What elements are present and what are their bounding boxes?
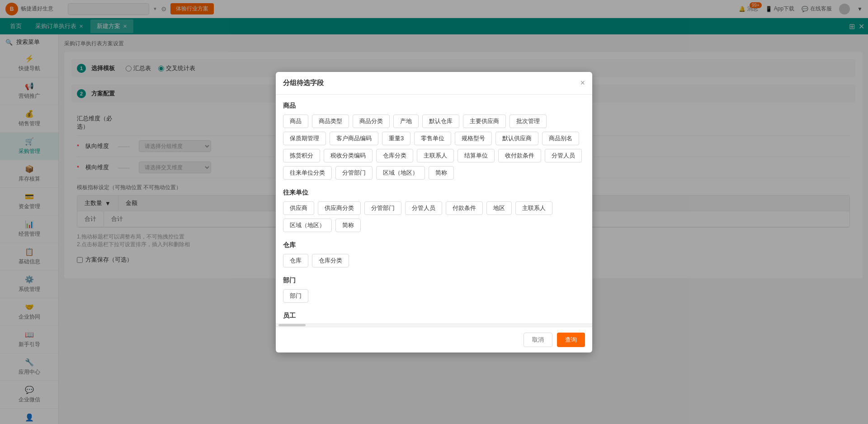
field-group-employee: 员工 业务员: [283, 312, 585, 324]
field-tag-warehouse-category[interactable]: 仓库分类: [376, 149, 413, 162]
field-group-employee-title: 员工: [283, 312, 585, 320]
field-tag-supplier[interactable]: 供应商: [283, 201, 314, 215]
field-group-department-title: 部门: [283, 276, 585, 285]
field-tag-goods-alias[interactable]: 商品别名: [542, 132, 579, 145]
field-group-goods-title: 商品: [283, 102, 585, 110]
field-tag-region2[interactable]: 区域（地区）: [283, 219, 332, 232]
field-tag-payment-terms[interactable]: 收付款条件: [498, 149, 541, 162]
field-tag-weight[interactable]: 重量3: [382, 132, 410, 145]
field-tag-supplier-category[interactable]: 供应商分类: [318, 201, 361, 215]
field-tag-goods-type[interactable]: 商品类型: [312, 114, 349, 128]
field-tag-department[interactable]: 部门: [283, 289, 308, 303]
field-group-warehouse: 仓库 仓库 仓库分类: [283, 241, 585, 267]
field-group-goods: 商品 商品 商品类型 商品分类 产地 默认仓库 主要供应商 批次管理 保质期管理…: [283, 102, 585, 180]
field-tags-goods: 商品 商品类型 商品分类 产地 默认仓库 主要供应商 批次管理 保质期管理 客户…: [283, 114, 585, 180]
field-tag-default-supplier[interactable]: 默认供应商: [495, 132, 538, 145]
field-group-warehouse-title: 仓库: [283, 241, 585, 249]
field-tag-supervisor[interactable]: 分管人员: [545, 149, 582, 162]
field-tag-abbr2[interactable]: 简称: [335, 219, 361, 232]
field-tag-main-contact[interactable]: 主联系人: [417, 149, 454, 162]
field-tags-warehouse: 仓库 仓库分类: [283, 254, 585, 267]
field-tags-department: 部门: [283, 289, 585, 303]
field-select-dialog: 分组待选字段 × 商品 商品 商品类型 商品分类 产地 默认仓库 主要供应商 批…: [276, 72, 592, 353]
dialog-close-button[interactable]: ×: [580, 78, 585, 88]
field-tag-pick-points[interactable]: 拣货积分: [283, 149, 320, 162]
field-tag-area[interactable]: 地区: [486, 201, 512, 215]
dialog-confirm-button[interactable]: 查询: [557, 333, 585, 347]
dialog-header: 分组待选字段 ×: [276, 72, 592, 95]
dialog-body: 商品 商品 商品类型 商品分类 产地 默认仓库 主要供应商 批次管理 保质期管理…: [276, 95, 592, 324]
field-tag-origin[interactable]: 产地: [393, 114, 419, 128]
dialog-cancel-button[interactable]: 取消: [524, 333, 552, 347]
field-tag-settlement-unit[interactable]: 结算单位: [458, 149, 495, 162]
field-tag-abbr[interactable]: 简称: [429, 166, 454, 180]
field-tag-goods-category[interactable]: 商品分类: [353, 114, 390, 128]
field-group-counterpart: 往来单位 供应商 供应商分类 分管部门 分管人员 付款条件 地区 主联系人 区域…: [283, 189, 585, 232]
field-tag-pay-terms[interactable]: 付款条件: [446, 201, 483, 215]
field-tags-counterpart: 供应商 供应商分类 分管部门 分管人员 付款条件 地区 主联系人 区域（地区） …: [283, 201, 585, 232]
field-tag-customer-code[interactable]: 客户商品编码: [330, 132, 378, 145]
field-tag-main-supplier[interactable]: 主要供应商: [463, 114, 506, 128]
field-tag-wh[interactable]: 仓库: [283, 254, 308, 267]
dialog-overlay: 分组待选字段 × 商品 商品 商品类型 商品分类 产地 默认仓库 主要供应商 批…: [0, 0, 868, 424]
field-tag-manage-dept[interactable]: 分管部门: [364, 201, 401, 215]
field-group-department: 部门 部门: [283, 276, 585, 303]
dialog-title: 分组待选字段: [283, 79, 324, 87]
field-tag-default-warehouse[interactable]: 默认仓库: [422, 114, 459, 128]
field-tag-manage-person[interactable]: 分管人员: [405, 201, 442, 215]
field-tag-quality[interactable]: 保质期管理: [283, 132, 326, 145]
field-group-counterpart-title: 往来单位: [283, 189, 585, 197]
field-tag-region[interactable]: 区域（地区）: [376, 166, 425, 180]
field-tag-batch[interactable]: 批次管理: [509, 114, 547, 128]
field-tag-counterpart-category[interactable]: 往来单位分类: [283, 166, 332, 180]
field-tag-spec[interactable]: 规格型号: [455, 132, 492, 145]
field-tag-retail-unit[interactable]: 零售单位: [414, 132, 451, 145]
field-tag-goods[interactable]: 商品: [283, 114, 308, 128]
field-tag-dept[interactable]: 分管部门: [335, 166, 373, 180]
field-tag-tax-code[interactable]: 税收分类编码: [324, 149, 373, 162]
field-tag-wh-category[interactable]: 仓库分类: [312, 254, 349, 267]
field-tag-main-contact2[interactable]: 主联系人: [515, 201, 552, 215]
dialog-footer: 取消 查询: [276, 327, 592, 353]
